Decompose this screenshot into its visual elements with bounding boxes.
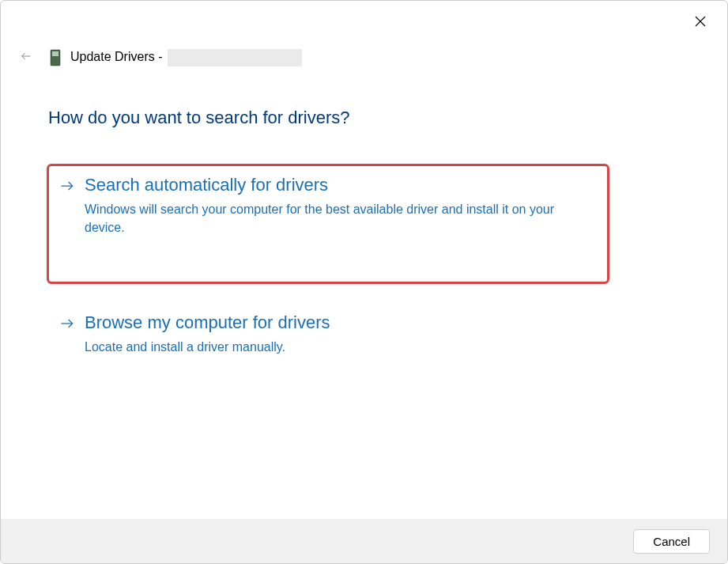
option-description: Windows will search your computer for th… [85,200,598,237]
option-title: Browse my computer for drivers [85,312,598,333]
cancel-button[interactable]: Cancel [633,529,710,554]
close-icon [693,14,707,32]
back-arrow-icon [20,50,32,66]
option-title: Search automatically for drivers [85,175,598,195]
svg-rect-4 [52,51,58,56]
window-title-text: Update Drivers - [70,50,166,63]
close-button[interactable] [689,12,711,34]
arrow-right-icon [59,316,75,335]
option-browse-computer[interactable]: Browse my computer for drivers Locate an… [48,303,609,369]
option-description: Locate and install a driver manually. [85,338,598,356]
footer: Cancel [1,519,727,563]
header: Update Drivers - [18,48,302,67]
option-search-automatically[interactable]: Search automatically for drivers Windows… [48,165,609,249]
device-icon [48,48,62,67]
page-heading: How do you want to search for drivers? [48,108,350,128]
back-button[interactable] [18,50,34,66]
window-title: Update Drivers - [70,49,302,66]
redacted-device-name [168,49,302,66]
arrow-right-icon [59,178,75,198]
